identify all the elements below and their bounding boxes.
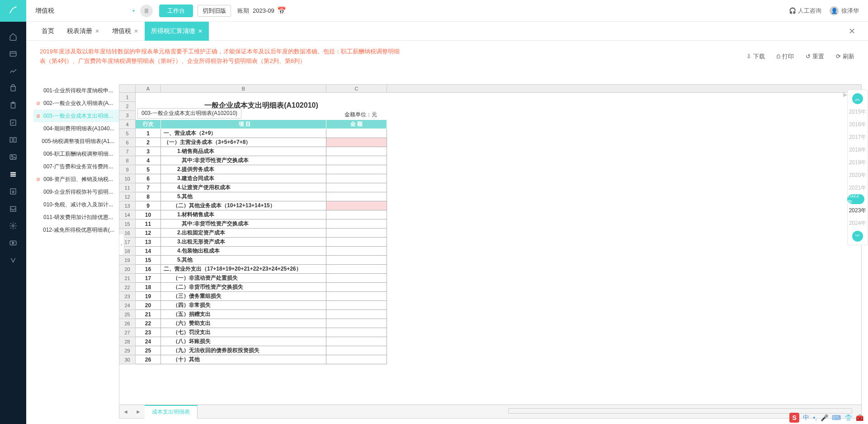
row-header[interactable]: 1 <box>119 93 136 102</box>
select-all-corner[interactable] <box>119 85 136 92</box>
cell-b[interactable]: 1.材料销售成本 <box>161 210 326 219</box>
tax-type-select[interactable]: 增值税 ▾ <box>35 7 135 15</box>
cell-a[interactable]: 6 <box>136 174 161 183</box>
tree-item-2[interactable]: ⊘003-一般企业成本支出明细... <box>33 110 119 122</box>
username[interactable]: 徐泽华 <box>841 7 859 15</box>
cell-b[interactable]: 5.其他 <box>161 256 326 265</box>
ime-logo-icon[interactable]: S <box>789 413 799 423</box>
cell-a[interactable]: 10 <box>136 210 161 219</box>
row-header[interactable]: 8 <box>119 156 136 165</box>
close-icon[interactable]: ✕ <box>134 28 138 34</box>
year-2018年[interactable]: 2018年 <box>847 143 868 156</box>
tab-2[interactable]: 增值税✕ <box>106 22 145 41</box>
avatar-icon[interactable]: 👤 <box>830 6 839 15</box>
tab-0[interactable]: 首页 <box>35 22 61 41</box>
chart-icon[interactable] <box>0 62 26 80</box>
row-header[interactable]: 19 <box>119 256 136 265</box>
cell-a[interactable]: 22 <box>136 319 161 328</box>
tree-item-5[interactable]: 006-职工薪酬纳税调整明细... <box>33 148 119 160</box>
cell-b[interactable]: （八）坏账损失 <box>161 337 326 346</box>
year-2017年[interactable]: 2017年 <box>847 131 868 143</box>
cell-a[interactable]: 1 <box>136 129 161 138</box>
home-icon[interactable] <box>0 28 26 45</box>
cell-c[interactable] <box>326 138 387 147</box>
row-header[interactable]: 10 <box>119 174 136 183</box>
row-header[interactable]: 20 <box>119 265 136 274</box>
refresh-button[interactable]: ⟳刷新 <box>836 47 854 66</box>
cell-a[interactable]: 21 <box>136 310 161 319</box>
row-header[interactable]: 5 <box>119 129 136 138</box>
transfer-icon[interactable] <box>0 131 26 148</box>
tree-item-7[interactable]: ⊘008-资产折旧、摊销及纳税... <box>33 173 119 186</box>
cell-c[interactable] <box>326 346 387 355</box>
image-icon[interactable] <box>0 148 26 166</box>
cell-b[interactable]: 4.包装物出租成本 <box>161 247 326 256</box>
download-button[interactable]: ⇩下载 <box>746 47 765 66</box>
cell-c[interactable] <box>326 274 387 283</box>
tree-item-11[interactable]: 012-减免所得税优惠明细表(... <box>33 224 119 236</box>
close-all-tabs[interactable]: ✕ <box>845 26 859 36</box>
expand-icon[interactable]: ▶ <box>843 91 847 98</box>
row-header[interactable]: 27 <box>119 328 136 337</box>
cell-b[interactable]: 4.让渡资产使用权成本 <box>161 183 326 192</box>
tree-item-1[interactable]: ⊘002-一般企业收入明细表(A... <box>33 97 119 110</box>
cell-a[interactable]: 26 <box>136 355 161 364</box>
card-icon[interactable] <box>0 45 26 62</box>
row-header[interactable]: 14 <box>119 210 136 219</box>
ime-skin-icon[interactable]: 👕 <box>844 414 852 421</box>
app-logo[interactable] <box>0 0 26 22</box>
cell-c[interactable] <box>326 147 387 156</box>
row-header[interactable]: 23 <box>119 292 136 301</box>
row-header[interactable]: 7 <box>119 147 136 156</box>
tree-item-3[interactable]: 004-期间费用明细表(A1040... <box>33 122 119 135</box>
workstation-button[interactable]: 工作台 <box>159 5 193 17</box>
row-header[interactable]: 30 <box>119 355 136 364</box>
cell-b[interactable]: （二）其他业务成本（10+12+13+14+15） <box>161 201 326 210</box>
row-header[interactable]: 9 <box>119 165 136 174</box>
cell-a[interactable]: 3 <box>136 147 161 156</box>
col-header-b[interactable]: B <box>161 85 326 92</box>
cell-b[interactable]: （一）主营业务成本（3+5+6+7+8） <box>161 138 326 147</box>
ime-toolbox-icon[interactable]: 🧰 <box>856 414 863 421</box>
cell-b[interactable]: （七）罚没支出 <box>161 328 326 337</box>
ime-keyboard-icon[interactable]: ⌨ <box>832 414 841 421</box>
cell-a[interactable]: 8 <box>136 192 161 201</box>
cell-c[interactable] <box>326 301 387 310</box>
col-header-a[interactable]: A <box>136 85 161 92</box>
year-2024年[interactable]: 2024年 <box>847 217 868 229</box>
row-header[interactable]: 12 <box>119 192 136 201</box>
cell-b[interactable]: （九）无法收回的债券股权投资损失 <box>161 346 326 355</box>
cell-a[interactable]: 5 <box>136 165 161 174</box>
export-icon[interactable] <box>0 183 26 200</box>
video-icon[interactable] <box>0 234 26 252</box>
cell-a[interactable]: 15 <box>136 256 161 265</box>
cell-a[interactable]: 14 <box>136 247 161 256</box>
cell-b[interactable]: （六）赞助支出 <box>161 319 326 328</box>
sheet-tab-active[interactable]: 成本支出明细表 <box>145 405 198 419</box>
tree-item-8[interactable]: 009-企业所得税弥补亏损明... <box>33 186 119 198</box>
clipboard-icon[interactable] <box>0 97 26 114</box>
cell-b[interactable]: 一、营业成本（2+9） <box>161 129 326 138</box>
cell-c[interactable] <box>326 229 387 238</box>
year-2019年[interactable]: 2019年 <box>847 156 868 169</box>
cell-c[interactable] <box>326 337 387 346</box>
cell-b[interactable]: （一）非流动资产处置损失 <box>161 274 326 283</box>
cell-a[interactable]: 16 <box>136 265 161 274</box>
cell-b[interactable]: 3.出租无形资产成本 <box>161 238 326 247</box>
tree-item-9[interactable]: 010-免税、减计收入及加计... <box>33 198 119 211</box>
tab-1[interactable]: 税表清册✕ <box>61 22 106 41</box>
gear-icon[interactable] <box>0 217 26 234</box>
row-header[interactable]: 21 <box>119 274 136 283</box>
calendar-icon[interactable]: 📅 <box>277 6 286 15</box>
cell-b[interactable]: （四）非常损失 <box>161 301 326 310</box>
cell-c[interactable] <box>326 174 387 183</box>
cell-c[interactable] <box>326 129 387 138</box>
row-header[interactable]: 2 <box>119 102 136 111</box>
cell-a[interactable]: 18 <box>136 283 161 292</box>
row-header[interactable]: 28 <box>119 337 136 346</box>
cell-b[interactable]: 2.出租固定资产成本 <box>161 229 326 238</box>
year-up-icon[interactable]: ︽ <box>852 93 863 104</box>
cell-a[interactable]: 13 <box>136 238 161 247</box>
cell-b[interactable]: （三）债务重组损失 <box>161 292 326 301</box>
cell-b[interactable]: 2.提供劳务成本 <box>161 165 326 174</box>
